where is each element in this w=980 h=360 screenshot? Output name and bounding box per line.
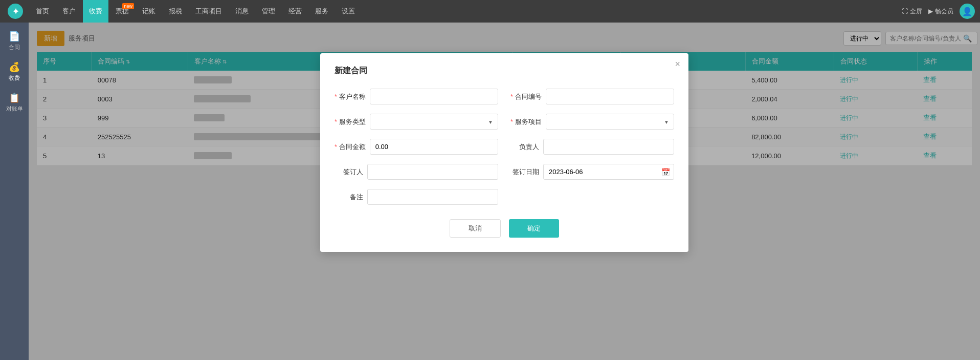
nav-right: ⛶ 全屏 ▶ 畅会员 👤 xyxy=(902,4,975,19)
form-row-2: 服务类型 服务项目 xyxy=(335,114,674,130)
form-group-service-item: 服务项目 xyxy=(510,114,674,130)
sidebar-item-statement[interactable]: 📋 对账单 xyxy=(2,88,27,117)
signer-input[interactable] xyxy=(367,164,498,180)
form-row-5: 备注 xyxy=(335,189,674,205)
fullscreen-icon: ⛶ xyxy=(902,8,908,15)
contract-amount-label: 合同金额 xyxy=(335,142,366,152)
new-badge: new xyxy=(122,3,134,9)
nav-bookkeeping[interactable]: 记账 xyxy=(136,0,162,23)
sign-date-label: 签订日期 xyxy=(510,167,539,177)
note-label: 备注 xyxy=(335,193,363,202)
content-area: 新增 服务项目 进行中 已完成 已终止 🔍 序号 合同编码⇅ xyxy=(29,23,980,360)
modal-overlay: × 新建合同 客户名称 合同编号 服务类型 xyxy=(29,23,980,360)
logo-icon: ✦ xyxy=(8,4,23,19)
nav-tax[interactable]: 报税 xyxy=(163,0,188,23)
sidebar-item-contract[interactable]: 📄 合同 xyxy=(2,27,27,55)
contract-no-input[interactable] xyxy=(546,89,674,104)
signer-label: 签订人 xyxy=(335,167,363,177)
form-row-4: 签订人 签订日期 xyxy=(335,164,674,180)
nav-customer[interactable]: 客户 xyxy=(56,0,82,23)
top-nav: ✦ 首页 客户 收费 票据 new 记账 报税 工商项目 消息 管理 经营 服务… xyxy=(0,0,980,23)
form-row-1: 客户名称 合同编号 xyxy=(335,89,674,104)
nav-manage[interactable]: 管理 xyxy=(256,0,281,23)
user-avatar[interactable]: 👤 xyxy=(960,4,975,19)
nav-messages[interactable]: 消息 xyxy=(229,0,255,23)
nav-bills[interactable]: 票据 new xyxy=(109,0,135,23)
nav-settings[interactable]: 设置 xyxy=(336,0,361,23)
modal-close-button[interactable]: × xyxy=(675,59,680,69)
customer-name-label: 客户名称 xyxy=(335,92,366,101)
sidebar-item-fees[interactable]: 💰 收费 xyxy=(2,57,27,86)
nav-services[interactable]: 服务 xyxy=(309,0,335,23)
form-group-contract-no: 合同编号 xyxy=(510,89,674,104)
sign-date-wrapper xyxy=(543,164,674,180)
fees-icon: 💰 xyxy=(9,61,20,73)
modal-title: 新建合同 xyxy=(335,66,674,76)
nav-items: 首页 客户 收费 票据 new 记账 报税 工商项目 消息 管理 经营 服务 设… xyxy=(30,0,902,23)
form-group-customer: 客户名称 xyxy=(335,89,498,104)
form-group-note: 备注 xyxy=(335,189,498,205)
contract-amount-input[interactable] xyxy=(370,139,498,155)
service-item-select[interactable] xyxy=(546,114,674,130)
contract-icon: 📄 xyxy=(9,31,20,42)
fullscreen-button[interactable]: ⛶ 全屏 xyxy=(902,7,922,16)
form-group-signer: 签订人 xyxy=(335,164,498,180)
form-group-service-type: 服务类型 xyxy=(335,114,498,130)
customer-name-input[interactable] xyxy=(370,89,498,104)
form-group-responsible: 负责人 xyxy=(510,139,674,155)
cancel-button[interactable]: 取消 xyxy=(450,219,501,238)
statement-icon: 📋 xyxy=(9,92,20,103)
note-input[interactable] xyxy=(367,189,498,205)
responsible-person-label: 负责人 xyxy=(510,142,539,152)
contract-no-label: 合同编号 xyxy=(510,92,542,101)
new-contract-modal: × 新建合同 客户名称 合同编号 服务类型 xyxy=(320,53,688,252)
service-type-wrapper xyxy=(370,114,498,130)
modal-footer: 取消 确定 xyxy=(335,219,674,238)
nav-operations[interactable]: 经营 xyxy=(282,0,308,23)
service-item-wrapper xyxy=(546,114,674,130)
confirm-button[interactable]: 确定 xyxy=(509,219,559,238)
nav-home[interactable]: 首页 xyxy=(30,0,55,23)
service-item-label: 服务项目 xyxy=(510,117,542,126)
nav-business[interactable]: 工商项目 xyxy=(189,0,228,23)
form-group-sign-date: 签订日期 xyxy=(510,164,674,180)
vip-icon: ▶ xyxy=(928,8,933,15)
sidebar: 📄 合同 💰 收费 📋 对账单 xyxy=(0,23,29,360)
vip-button[interactable]: ▶ 畅会员 xyxy=(928,7,953,16)
sign-date-input[interactable] xyxy=(543,164,674,180)
responsible-person-input[interactable] xyxy=(543,139,674,155)
form-group-amount: 合同金额 xyxy=(335,139,498,155)
logo[interactable]: ✦ xyxy=(5,0,26,23)
form-row-3: 合同金额 负责人 xyxy=(335,139,674,155)
service-type-select[interactable] xyxy=(370,114,498,130)
nav-fees[interactable]: 收费 xyxy=(83,0,108,23)
service-type-label: 服务类型 xyxy=(335,117,366,126)
main-layout: 📄 合同 💰 收费 📋 对账单 新增 服务项目 进行中 已完成 已终止 xyxy=(0,23,980,360)
